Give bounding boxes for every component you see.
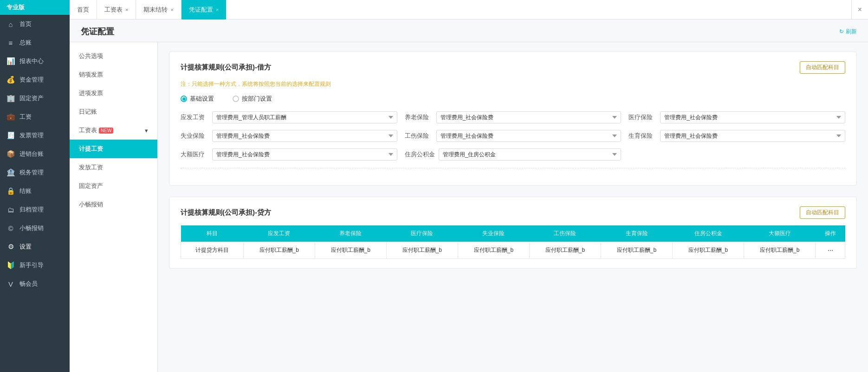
select-shiye[interactable]: 管理费用_社会保险费 — [212, 130, 397, 142]
sidebar-item-label: 工资 — [19, 113, 32, 121]
tab-voucher-config-close[interactable]: × — [216, 7, 219, 13]
sidebar-item-general-ledger[interactable]: ≡ 总账 — [0, 33, 70, 52]
sidebar-item-guide[interactable]: 🔰 新手引导 — [0, 256, 70, 275]
debit-section-header: 计提核算规则(公司承担)-借方 自动匹配科目 — [181, 61, 845, 74]
tab-home[interactable]: 首页 — [70, 0, 97, 19]
sidebar-item-fixed-assets[interactable]: 🏢 固定资产 — [0, 89, 70, 108]
credit-section: 计提核算规则(公司承担)-贷方 自动匹配科目 科目 应发工资 养老保险 医疗保险… — [169, 197, 857, 269]
chevron-down-icon: ▾ — [145, 127, 148, 134]
left-nav-pay-salary[interactable]: 发放工资 — [70, 158, 157, 177]
app-brand: 专业版 — [0, 0, 70, 15]
th-gongshang: 工伤保险 — [529, 225, 601, 242]
sidebar-item-label: 税务管理 — [19, 168, 44, 177]
sidebar-item-label: 进销台账 — [19, 150, 44, 158]
tab-payroll-label: 工资表 — [104, 6, 123, 14]
field-daeyiliao: 大额医疗 管理费用_社会保险费 — [181, 148, 397, 160]
td-kemu: 计提贷方科目 — [181, 242, 244, 259]
action-icon[interactable]: ⋯ — [828, 247, 833, 254]
tax-icon: 🏦 — [6, 168, 15, 177]
tab-payroll[interactable]: 工资表 × — [97, 0, 136, 19]
select-shengyu[interactable]: 管理费用_社会保险费 — [660, 130, 845, 142]
new-badge: NEW — [99, 128, 113, 134]
left-nav-journal[interactable]: 日记账 — [70, 103, 157, 121]
left-nav-xiaochang-report2[interactable]: 小畅报销 — [70, 195, 157, 214]
page-header: 凭证配置 ↻ 刷新 — [70, 19, 868, 42]
funds-icon: 💰 — [6, 76, 15, 84]
sidebar-item-closing[interactable]: 🔒 结账 — [0, 182, 70, 200]
debit-auto-match-button[interactable]: 自动匹配科目 — [800, 61, 845, 74]
th-yingfa: 应发工资 — [243, 225, 315, 242]
select-yingfa-gongzi[interactable]: 管理费用_管理人员职工薪酬 — [212, 111, 397, 123]
sidebar-item-label: 设置 — [19, 243, 32, 251]
radio-basic-settings[interactable]: 基础设置 — [181, 95, 214, 103]
sidebar-item-xiaochang-report[interactable]: © 小畅报销 — [0, 219, 70, 237]
left-nav-fixed-assets-nav[interactable]: 固定资产 — [70, 177, 157, 195]
select-gjj[interactable]: 管理费用_住房公积金 — [439, 148, 622, 160]
sidebar-item-label: 总账 — [19, 38, 32, 47]
building-icon: 🏢 — [6, 94, 15, 103]
refresh-button[interactable]: ↻ 刷新 — [839, 28, 857, 36]
sidebar-item-settings[interactable]: ⚙ 设置 — [0, 237, 70, 256]
sidebar-item-funds[interactable]: 💰 资金管理 — [0, 71, 70, 89]
sidebar-item-tax-mgmt[interactable]: 🏦 税务管理 — [0, 163, 70, 182]
th-action: 操作 — [816, 225, 845, 242]
th-kemu: 科目 — [181, 225, 244, 242]
sidebar-item-home[interactable]: ⌂ 首页 — [0, 15, 70, 33]
select-yiliao[interactable]: 管理费用_社会保险费 — [660, 111, 845, 123]
sidebar-item-inventory[interactable]: 📦 进销台账 — [0, 145, 70, 163]
content-area: 公共选项 销项发票 进项发票 日记账 工资表 NEW ▾ 计提工资 发放工资 — [70, 42, 868, 372]
sidebar-item-label: 发票管理 — [19, 131, 44, 140]
th-yiliao: 医疗保险 — [386, 225, 458, 242]
sidebar-item-invoice-mgmt[interactable]: 🧾 发票管理 — [0, 126, 70, 145]
radio-dept-settings[interactable]: 按部门设置 — [233, 95, 272, 103]
th-yanglao: 养老保险 — [315, 225, 386, 242]
salary-icon: 💼 — [6, 113, 15, 121]
window-close-button[interactable]: × — [851, 0, 868, 19]
sidebar-item-label: 报表中心 — [19, 57, 44, 65]
table-header-row: 科目 应发工资 养老保险 医疗保险 失业保险 工伤保险 生育保险 住房公积金 大… — [181, 225, 845, 242]
credit-auto-match-button[interactable]: 自动匹配科目 — [800, 206, 845, 219]
field-yingfa-gongzi: 应发工资 管理费用_管理人员职工薪酬 — [181, 111, 397, 123]
field-gongshang: 工伤保险 管理费用_社会保险费 — [405, 130, 622, 142]
ledger-icon: ≡ — [6, 39, 15, 47]
tab-voucher-config[interactable]: 凭证配置 × — [181, 0, 227, 19]
left-nav-payroll-table[interactable]: 工资表 NEW ▾ — [70, 121, 157, 140]
td-shiye: 应付职工薪酬_b — [458, 242, 529, 259]
label-yanglao: 养老保险 — [405, 113, 433, 122]
debit-divider — [181, 168, 845, 168]
th-shengyu: 生育保险 — [601, 225, 673, 242]
tab-payroll-close[interactable]: × — [125, 7, 128, 13]
xiaochang-icon: © — [6, 224, 15, 232]
home-icon: ⌂ — [6, 20, 15, 28]
main-area: 首页 工资表 × 期末结转 × 凭证配置 × × 凭证配置 ↻ 刷新 公共选项 — [70, 0, 868, 372]
credit-section-title: 计提核算规则(公司承担)-贷方 — [181, 208, 271, 217]
left-nav-credit-invoice[interactable]: 销项发票 — [70, 65, 157, 84]
sidebar-item-vip[interactable]: V 畅会员 — [0, 275, 70, 293]
td-gongshang: 应付职工薪酬_b — [529, 242, 601, 259]
sidebar-item-label: 新手引导 — [19, 261, 44, 269]
radio-basic-settings-circle — [181, 96, 187, 102]
label-yingfa-gongzi: 应发工资 — [181, 113, 208, 122]
sidebar-item-reports[interactable]: 📊 报表中心 — [0, 52, 70, 71]
left-nav-calc-salary[interactable]: 计提工资 — [70, 140, 157, 158]
td-gjj: 应付职工薪酬_b — [673, 242, 744, 259]
td-action[interactable]: ⋯ — [816, 242, 845, 259]
select-yanglao[interactable]: 管理费用_社会保险费 — [436, 111, 622, 123]
sidebar-item-salary[interactable]: 💼 工资 — [0, 108, 70, 126]
tab-period-close-close[interactable]: × — [170, 7, 173, 13]
label-gjj: 住房公积金 — [405, 150, 435, 159]
topbar: 首页 工资表 × 期末结转 × 凭证配置 × × — [70, 0, 868, 19]
tab-home-label: 首页 — [77, 6, 89, 14]
page-title: 凭证配置 — [81, 26, 114, 37]
left-nav-public-options[interactable]: 公共选项 — [70, 47, 157, 65]
select-gongshang[interactable]: 管理费用_社会保险费 — [436, 130, 622, 142]
sidebar-item-archive[interactable]: 🗂 归档管理 — [0, 200, 70, 219]
td-daeyiliao: 应付职工薪酬_b — [744, 242, 816, 259]
td-yiliao: 应付职工薪酬_b — [386, 242, 458, 259]
table-row: 计提贷方科目 应付职工薪酬_b 应付职工薪酬_b 应付职工薪酬_b 应付职工薪酬… — [181, 242, 845, 259]
refresh-label: 刷新 — [846, 28, 857, 36]
select-daeyiliao[interactable]: 管理费用_社会保险费 — [212, 148, 397, 160]
archive-icon: 🗂 — [6, 206, 15, 214]
left-nav-debit-invoice[interactable]: 进项发票 — [70, 84, 157, 103]
tab-period-close[interactable]: 期末结转 × — [136, 0, 181, 19]
